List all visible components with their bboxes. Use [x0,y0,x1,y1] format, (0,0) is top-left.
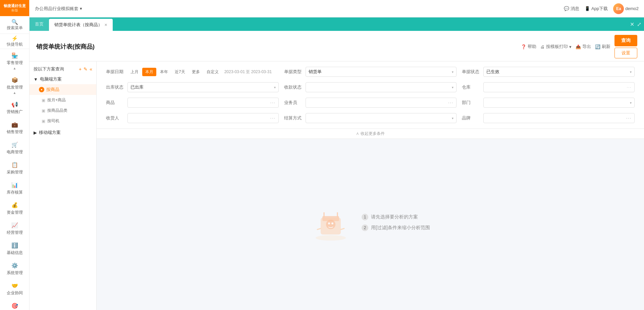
filter-cell-dept: 部门 ▾ [459,96,637,109]
salesperson-label: 业务员 [284,100,306,106]
scheme-add-icon[interactable]: + [79,66,82,72]
settings-button[interactable]: 设置 [614,48,637,58]
topbar: 办公用品行业模拟账套 ▾ 💬 消息 📱 App下载 Ea demo2 [30,0,644,17]
dept-select[interactable]: ▾ [483,98,635,108]
sidebar-item-operations[interactable]: 📈 经营管理 [0,219,29,239]
collapse-bar[interactable]: ∧ 收起更多条件 [97,129,644,139]
dept-arrow: ▾ [630,101,632,105]
doc-type-label: 单据类型 [284,69,306,75]
tip-1-num: 1 [362,214,368,220]
sidebar-item-marketing[interactable]: 📢 营销推广 [0,98,29,118]
sidebar-quick-nav[interactable]: ⚡ 快捷导航 [0,34,29,49]
export-icon: 📤 [576,44,581,49]
date-range-display: 2023-03-01 至 2023-03-31 [224,69,272,75]
user-profile[interactable]: Ea demo2 [613,3,639,14]
sidebar-item-inventory[interactable]: 📊 库存核算 [0,178,29,199]
topbar-right: 💬 消息 📱 App下载 Ea demo2 [564,3,639,14]
app-download-label: App下载 [591,6,608,12]
svg-line-9 [341,228,344,229]
filter-area: 单据日期 上月 本月 本年 近7天 更多 自定义 2023-03-01 至 20… [97,61,644,129]
settlement-arrow: ▾ [452,116,453,120]
sidebar-item-system[interactable]: ⚙️ 系统管理 [0,259,29,279]
scheme-item-by-vendor[interactable]: ▣ 按司机 [30,116,96,126]
date-label: 单据日期 [106,69,127,75]
tab-close-window-icon[interactable]: ✕ [630,21,634,28]
industry-label: 办公用品行业模拟账套 [35,6,78,12]
query-button[interactable]: 查询 [614,35,637,46]
date-tab-more[interactable]: 更多 [189,68,203,76]
refresh-button[interactable]: 🔄 刷新 [595,44,610,50]
out-status-arrow: ▾ [274,86,276,89]
mobile-group-arrow: ▶ [34,130,37,135]
out-status-select[interactable]: 已出库 ▾ [127,82,279,92]
scheme-item-by-product-category[interactable]: ▣ 按商品品类 [30,105,96,116]
doc-status-arrow: ▾ [630,70,632,74]
filter-cell-settlement: 结算方式 ▾ [281,112,460,124]
sidebar-item-retail[interactable]: 🏪 零售管理 ▲ [0,49,29,73]
sidebar-item-wholesale[interactable]: 📦 批发管理 ▲ [0,73,29,98]
doc-status-select[interactable]: 已生效 ▾ [483,67,635,77]
settlement-select[interactable]: ▾ [306,113,457,123]
doc-type-select[interactable]: 销货单 ▾ [306,67,457,77]
sidebar-item-sales[interactable]: 💼 销售管理 [0,118,29,138]
scheme-group-desktop-title[interactable]: ▼ 电脑端方案 [30,74,96,84]
date-tab-this-year[interactable]: 本年 [157,68,171,76]
by-product-icon: ● [39,87,44,92]
date-tab-last-7[interactable]: 近7天 [172,68,188,76]
scheme-collapse-icon[interactable]: « [90,66,92,72]
warehouse-select[interactable]: ··· [483,82,635,92]
message-action[interactable]: 💬 消息 [564,6,579,12]
brand-input[interactable]: ··· [483,113,635,123]
date-tab-this-month[interactable]: 本月 [142,68,156,76]
sidebar-item-basic-info[interactable]: ℹ️ 基础信息 [0,239,29,259]
brand-label: 品牌 [462,115,483,121]
sidebar-item-enterprise-collab[interactable]: 🤝 企业协同 [0,279,29,299]
product-input[interactable]: ··· [127,98,279,108]
receipt-status-select[interactable]: ▾ [306,82,457,92]
sidebar-item-new-guide[interactable]: 🎯 新手引导 [0,299,29,310]
print-button[interactable]: 🖨 按模板打印 ▾ [540,44,572,50]
receipt-status-arrow: ▾ [452,86,453,89]
scheme-item-by-product[interactable]: ● 按商品 [30,84,96,95]
left-panel: 按以下方案查询 + ✎ « ▼ 电脑端方案 ● 按商品 [30,61,97,310]
tab-expand-icon[interactable]: ⤢ [637,21,641,28]
filter-cell-out-status: 出库状态 已出库 ▾ [103,81,281,94]
topbar-left: 办公用品行业模拟账套 ▾ [35,6,82,12]
receipt-status-label: 收款状态 [284,84,306,90]
help-button[interactable]: ❓ 帮助 [521,44,536,50]
scheme-group-mobile: ▶ 移动端方案 [30,127,96,138]
filter-cell-salesperson: 业务员 ··· [281,96,460,109]
message-icon: 💬 [564,6,569,11]
product-more-icon: ··· [270,100,276,105]
scheme-group-mobile-title[interactable]: ▶ 移动端方案 [30,127,96,138]
brand-more-icon: ··· [626,116,632,120]
empty-state: 1 请先选择要分析的方案 2 用[过滤]条件来缩小分析范围 [97,139,644,310]
tab-close-icon[interactable]: ✕ [104,23,107,27]
scheme-item-by-month-product[interactable]: ▣ 按月+商品 [30,95,96,105]
recipient-input[interactable]: ··· [127,113,279,123]
sidebar-item-procurement[interactable]: 📋 采购管理 [0,158,29,178]
scheme-edit-icon[interactable]: ✎ [84,66,88,72]
industry-selector[interactable]: 办公用品行业模拟账套 ▾ [35,6,82,12]
sidebar-item-ecommerce[interactable]: 🛒 电商管理 [0,138,29,158]
export-button[interactable]: 📤 导出 [576,44,591,50]
sidebar-item-finance[interactable]: 💰 资金管理 [0,199,29,219]
procurement-icon: 📋 [11,162,18,168]
wholesale-icon: 📦 [11,77,18,83]
salesperson-input[interactable]: ··· [306,98,457,108]
sidebar: 畅捷通好生意 标版 🔍 搜索菜单 ⚡ 快捷导航 🏪 零售管理 ▲ 📦 批发管理 … [0,0,30,310]
empty-illustration [311,204,351,245]
date-tab-last-month[interactable]: 上月 [127,68,142,76]
tab-home[interactable]: 首页 [30,17,49,31]
content-body: 按以下方案查询 + ✎ « ▼ 电脑端方案 ● 按商品 [30,61,644,310]
scheme-icons: + ✎ « [79,66,92,72]
empty-tip-2: 2 用[过滤]条件来缩小分析范围 [362,224,430,231]
tab-sales-stat[interactable]: 销货单统计表（按商品） ✕ [49,19,113,31]
sidebar-search[interactable]: 🔍 搜索菜单 [0,16,29,34]
doc-status-label: 单据状态 [462,69,483,75]
date-tab-custom[interactable]: 自定义 [204,68,222,76]
filter-cell-brand: 品牌 ··· [459,112,637,124]
recipient-more-icon: ··· [270,116,276,120]
app-download-action[interactable]: 📱 App下载 [585,6,608,12]
basic-info-icon: ℹ️ [11,242,18,249]
